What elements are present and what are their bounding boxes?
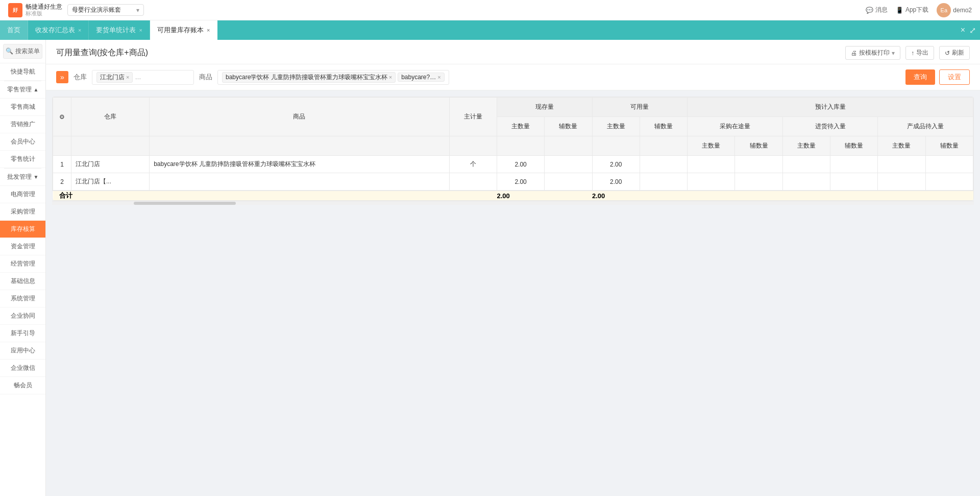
expand-btn[interactable]: ⤢ [969, 26, 976, 35]
product-tag-2: babycare?… × [398, 73, 444, 82]
search-menu-btn[interactable]: 🔍 搜索菜单 [3, 44, 42, 59]
sidebar-item-wholesale-mgmt[interactable]: 批发管理 ▼ [0, 169, 45, 186]
th-gear: ⚙ [53, 98, 71, 136]
footer-avail-main: 2.00 [592, 191, 640, 200]
footer-prod-aux [925, 191, 973, 200]
product-filter-input[interactable]: babycare学饮杯 儿童防摔防撞吸管杯重力球吸嘴杯宝宝水杯 × babyca… [217, 70, 449, 85]
tab-order-stats[interactable]: 要货单统计表 × [89, 20, 150, 40]
user-menu[interactable]: Ea demo2 [937, 3, 972, 17]
filter-btn-group: 查询 设置 [905, 69, 970, 85]
export-btn[interactable]: ↑ 导出 [905, 46, 934, 60]
setting-btn[interactable]: 设置 [939, 69, 970, 85]
th-pur-aux: 辅数量 [735, 136, 782, 156]
sidebar-item-system-mgmt[interactable]: 系统管理 [0, 290, 45, 308]
footer-goods-aux [830, 191, 878, 200]
sidebar-item-enterprise-wechat[interactable]: 企业微信 [0, 360, 45, 377]
message-btn[interactable]: 💬 消息 [866, 6, 888, 14]
th-goods-waiting: 进货待入量 [782, 117, 878, 136]
cell-stock-main: 2.00 [497, 156, 544, 173]
cell-index: 2 [53, 173, 71, 191]
tab-home[interactable]: 首页 [0, 20, 28, 40]
cell-pur-main [688, 173, 735, 191]
data-table-wrap: ⚙ 仓库 商品 主计量 现存量 可用量 预计入库量 主数量 辅数量 主数量 [52, 97, 974, 201]
close-receipt-tab[interactable]: × [78, 27, 81, 33]
footer-goods-main [782, 191, 830, 200]
th-stock-aux: 辅数量 [545, 117, 592, 136]
cell-avail-aux [640, 173, 687, 191]
app-download-btn[interactable]: 📱 App下载 [896, 6, 928, 14]
sidebar-item-marketing[interactable]: 营销推广 [0, 116, 45, 133]
tab-available-inventory[interactable]: 可用量库存账本 × [150, 20, 217, 40]
sidebar-item-purchase-mgmt[interactable]: 采购管理 [0, 203, 45, 221]
sidebar-item-enterprise[interactable]: 企业协同 [0, 308, 45, 325]
th-production-waiting: 产成品待入量 [878, 117, 973, 136]
remove-product-tag-2[interactable]: × [437, 74, 440, 80]
close-order-tab[interactable]: × [139, 27, 142, 33]
sidebar-item-quick-nav[interactable]: 快捷导航 [0, 63, 45, 81]
sidebar-item-operations[interactable]: 经营管理 [0, 255, 45, 273]
cell-pur-aux [735, 156, 782, 173]
logo-icon: 好 [8, 3, 22, 17]
remove-warehouse-tag[interactable]: × [126, 74, 129, 80]
brand-selector[interactable]: 母婴行业演示账套 ▾ [67, 4, 144, 16]
page-header: 可用量查询(按仓库+商品) 🖨 按模板打印 ▾ ↑ 导出 ↺ 刷新 [46, 40, 980, 64]
main-layout: 🔍 搜索菜单 快捷导航 零售管理 ▲ 零售商城 营销推广 会员中心 零售统计 批… [0, 40, 980, 496]
query-btn[interactable]: 查询 [905, 69, 935, 85]
sidebar-item-vip-member[interactable]: 畅会员 [0, 377, 45, 394]
table-scroll-bar[interactable] [52, 201, 974, 205]
warehouse-label: 仓库 [74, 73, 87, 82]
th-planned-in: 预计入库量 [688, 98, 973, 117]
th-prod-aux: 辅数量 [925, 136, 973, 156]
print-template-btn[interactable]: 🖨 按模板打印 ▾ [845, 46, 900, 60]
th-purchase-transit: 采购在途量 [688, 117, 783, 136]
footer-pur-main [688, 191, 735, 200]
sidebar-item-app-center[interactable]: 应用中心 [0, 342, 45, 360]
cell-warehouse: 江北门店 [71, 156, 150, 173]
avatar: Ea [937, 3, 951, 17]
product-tag-1: babycare学饮杯 儿童防摔防撞吸管杯重力球吸嘴杯宝宝水杯 × [222, 72, 396, 83]
sidebar-item-finance[interactable]: 资金管理 [0, 238, 45, 255]
filter-toggle-btn[interactable]: » [56, 71, 68, 83]
cell-stock-aux [545, 173, 592, 191]
logo-text: 畅捷通好生意 标准版 [26, 3, 62, 17]
cell-pur-main [688, 156, 735, 173]
sidebar-item-retail-stats[interactable]: 零售统计 [0, 151, 45, 168]
cell-goods-aux [830, 156, 878, 173]
th-pur-main: 主数量 [688, 136, 735, 156]
footer-avail-aux [640, 191, 687, 200]
sidebar-item-basic-info[interactable]: 基础信息 [0, 273, 45, 290]
cell-unit: 个 [449, 156, 497, 173]
cell-unit [449, 173, 497, 191]
footer-stock-main: 2.00 [497, 191, 544, 200]
sidebar-item-member-center[interactable]: 会员中心 [0, 133, 45, 151]
sidebar-item-new-guide[interactable]: 新手引导 [0, 325, 45, 342]
cell-warehouse: 江北门店【... [71, 173, 150, 191]
receipt-tab-label: 收发存汇总表 [35, 26, 75, 35]
cell-avail-main: 2.00 [592, 173, 640, 191]
sidebar-item-retail-mall[interactable]: 零售商城 [0, 99, 45, 116]
th-empty7 [592, 136, 640, 156]
sidebar-item-inventory[interactable]: 库存核算 [0, 221, 45, 238]
scroll-thumb[interactable] [134, 202, 236, 205]
cell-prod-main [878, 173, 925, 191]
top-bar-left: 好 畅捷通好生意 标准版 母婴行业演示账套 ▾ [8, 3, 144, 17]
tab-receipt-summary[interactable]: 收发存汇总表 × [28, 20, 89, 40]
sidebar-item-retail-mgmt[interactable]: 零售管理 ▲ [0, 81, 45, 99]
close-all-btn[interactable]: × [961, 26, 965, 35]
table-footer: 合计 2.00 2.00 [53, 191, 973, 200]
top-bar: 好 畅捷通好生意 标准版 母婴行业演示账套 ▾ 💬 消息 📱 App下载 Ea … [0, 0, 980, 20]
refresh-btn[interactable]: ↺ 刷新 [939, 46, 970, 60]
close-inventory-tab[interactable]: × [207, 27, 210, 33]
th-goods-aux: 辅数量 [830, 136, 878, 156]
sidebar-item-ecommerce[interactable]: 电商管理 [0, 186, 45, 203]
th-empty4 [449, 136, 497, 156]
search-icon: 🔍 [6, 48, 13, 55]
warehouse-more[interactable]: … [135, 74, 141, 81]
remove-product-tag-1[interactable]: × [389, 74, 392, 80]
th-empty3 [150, 136, 449, 156]
cell-goods-aux [830, 173, 878, 191]
cell-product [150, 173, 449, 191]
chevron-down-icon-print: ▾ [892, 50, 895, 57]
chevron-icon: ▲ [34, 87, 39, 92]
warehouse-filter-input[interactable]: 江北门店 × … [92, 70, 194, 85]
